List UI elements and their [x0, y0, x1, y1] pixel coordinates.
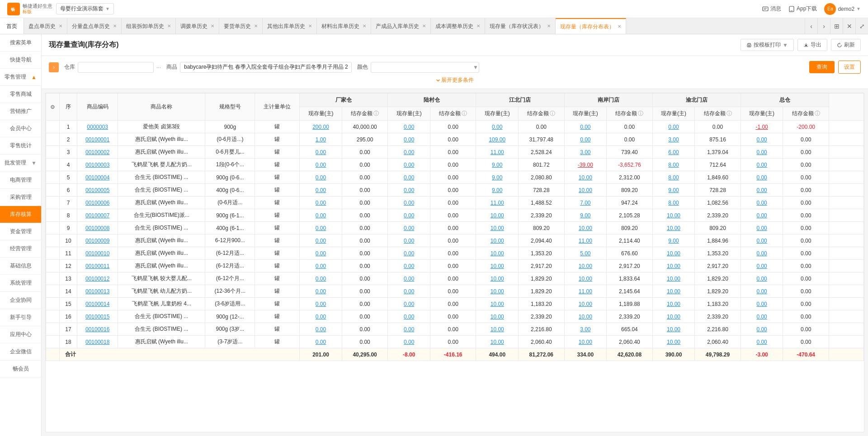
- col-total-header: 总仓: [741, 94, 829, 107]
- col-no-header: 序: [60, 94, 77, 121]
- industry-selector[interactable]: 母婴行业演示陈套 ▼: [56, 3, 114, 14]
- chevron-down-print: ▼: [783, 42, 788, 48]
- sidebar-item-basics[interactable]: 基础信息: [0, 258, 41, 275]
- filter-warehouse: 仓库 ···: [64, 62, 161, 73]
- col-wh3-qty-header: 现存量(主): [476, 107, 519, 121]
- table-row: 800100007合生元(BIOSTIME)派...900g (6-1...罐0…: [46, 209, 864, 222]
- svg-text:畅: 畅: [11, 7, 15, 12]
- sidebar-item-purchase[interactable]: 采购管理: [0, 189, 41, 206]
- tab-close-7[interactable]: ✕: [363, 18, 366, 34]
- table-row: 1100100010惠氏启赋 (Wyeth illu...(6-12月适...罐…: [46, 247, 864, 260]
- tab-item-11[interactable]: 现存量（库存分布表） ✕: [556, 18, 626, 34]
- logo-icon: 畅: [7, 3, 20, 15]
- tab-prev-btn[interactable]: ‹: [805, 18, 817, 34]
- col-settings-header[interactable]: ⚙: [46, 94, 60, 121]
- export-icon: [803, 42, 809, 48]
- col-code-header: 商品编码: [77, 94, 118, 121]
- user-chevron-icon: ▼: [856, 6, 861, 11]
- col-wh4-qty-header: 现存量(主): [564, 107, 607, 121]
- sidebar-item-vip[interactable]: 畅会员: [0, 361, 41, 378]
- tab-close-1[interactable]: ✕: [59, 18, 62, 34]
- warehouse-input[interactable]: [78, 62, 154, 73]
- settings-icon[interactable]: ⚙: [50, 104, 55, 110]
- sidebar-item-wholesale[interactable]: 批发管理 ▼: [0, 155, 41, 172]
- triangle-down-icon: ▼: [31, 160, 37, 166]
- sidebar-item-marketing[interactable]: 营销推广: [0, 103, 41, 120]
- tab-item-10[interactable]: 现存量（库存状况表） ✕: [485, 18, 556, 34]
- col-spec-header: 规格型号: [205, 94, 255, 121]
- col-wh5-amt-header: 结存金额ⓘ: [695, 107, 741, 121]
- tab-close-11[interactable]: ✕: [618, 19, 621, 35]
- tab-item-1[interactable]: 盘点单历史 ✕: [24, 18, 67, 34]
- page-header: 现存量查询(库存分布) 按模板打印 ▼ 导出 刷新: [42, 34, 868, 56]
- top-bar-right: 消息 App下载 Ea demo2 ▼: [762, 3, 861, 15]
- inventory-table: ⚙ 序 商品编码 商品名称 规格型号 主计量单位 厂家仓 陆村仓 江北门店 南岸…: [46, 93, 864, 361]
- tab-close-10[interactable]: ✕: [547, 18, 551, 34]
- message-icon: [762, 6, 769, 12]
- tab-more-btn[interactable]: ⊞: [830, 18, 843, 34]
- sidebar-item-search[interactable]: 搜索英单: [0, 34, 41, 52]
- tab-next-btn[interactable]: ›: [817, 18, 830, 34]
- tab-close-3[interactable]: ✕: [167, 18, 171, 34]
- table-row: 1700100016合生元 (BIOSTIME) ...900g (3岁...罐…: [46, 323, 864, 336]
- tab-item-9[interactable]: 成本调整单历史 ✕: [431, 18, 485, 34]
- tab-home[interactable]: 首页: [0, 18, 24, 34]
- tab-item-4[interactable]: 调拨单历史 ✕: [176, 18, 219, 34]
- avatar: Ea: [824, 3, 836, 15]
- user-menu[interactable]: Ea demo2 ▼: [824, 3, 861, 15]
- tab-item-8[interactable]: 产成品入库单历史 ✕: [371, 18, 431, 34]
- table-row: 1000100009惠氏启赋 (Wyeth illu...6-12月900...…: [46, 234, 864, 247]
- sidebar-item-wechat[interactable]: 企业微信: [0, 343, 41, 361]
- sidebar-item-guide[interactable]: 新手引导: [0, 309, 41, 326]
- table-row: 1400100013飞鹤星飞帆 幼儿配方奶...(12-36个月...罐0.00…: [46, 285, 864, 298]
- tab-item-2[interactable]: 分量盘点单历史 ✕: [67, 18, 122, 34]
- sidebar-item-collab[interactable]: 企业协同: [0, 292, 41, 309]
- sidebar-item-inventory[interactable]: 库存核算: [0, 206, 41, 223]
- tab-close-6[interactable]: ✕: [308, 18, 312, 34]
- setting-btn[interactable]: 设置: [838, 61, 861, 74]
- tab-close-5[interactable]: ✕: [254, 18, 258, 34]
- table-row: 1800100018惠氏启赋 (Wyeth illu...(3-7岁适...罐0…: [46, 336, 864, 348]
- message-btn[interactable]: 消息: [762, 5, 781, 13]
- export-btn[interactable]: 导出: [797, 39, 827, 51]
- expand-toggle-btn[interactable]: ›: [49, 62, 59, 72]
- triangle-up-icon: ▲: [31, 74, 37, 80]
- search-btn[interactable]: 查询: [809, 61, 835, 73]
- col-wh2-amt-header: 结存金额ⓘ: [430, 107, 476, 121]
- tab-bar: 首页 盘点单历史 ✕ 分量盘点单历史 ✕ 组装拆卸单历史 ✕ 调拨单历史 ✕ 要…: [0, 18, 868, 34]
- print-btn[interactable]: 按模板打印 ▼: [741, 39, 794, 51]
- sidebar-item-apps[interactable]: 应用中心: [0, 326, 41, 343]
- sidebar-item-finance[interactable]: 资金管理: [0, 223, 41, 240]
- tab-close-2[interactable]: ✕: [113, 18, 117, 34]
- logo-area: 畅 畅捷通好生意 标版: [7, 3, 52, 15]
- refresh-btn[interactable]: 刷新: [831, 39, 861, 51]
- tab-item-7[interactable]: 材料出库单历史 ✕: [317, 18, 371, 34]
- goods-label: 商品: [166, 63, 177, 71]
- tab-close-8[interactable]: ✕: [422, 18, 426, 34]
- sidebar-item-nav[interactable]: 快捷导航: [0, 52, 41, 69]
- svg-rect-5: [748, 45, 750, 46]
- tab-close-all-btn[interactable]: ✕: [843, 18, 855, 34]
- sidebar-item-system[interactable]: 系统管理: [0, 275, 41, 292]
- color-input[interactable]: [371, 62, 479, 73]
- tab-item-3[interactable]: 组装拆卸单历史 ✕: [122, 18, 176, 34]
- sidebar-item-ecommerce[interactable]: 电商管理: [0, 172, 41, 189]
- col-extra-header: [829, 94, 863, 121]
- goods-input[interactable]: [180, 62, 352, 73]
- tab-close-9[interactable]: ✕: [476, 18, 480, 34]
- app-download-btn[interactable]: App下载: [788, 5, 817, 13]
- tab-expand-btn[interactable]: ⤢: [855, 18, 868, 34]
- tab-close-4[interactable]: ✕: [211, 18, 214, 34]
- sidebar-item-retail-mgmt[interactable]: 零售管理 ▲: [0, 69, 41, 86]
- sidebar-item-operations[interactable]: 经营管理: [0, 240, 41, 258]
- sidebar-item-members[interactable]: 会员中心: [0, 120, 41, 137]
- filter-row: › 仓库 ··· 商品 颜色 ▼ 查询 设置: [49, 61, 861, 74]
- print-icon: [746, 42, 752, 48]
- tab-item-6[interactable]: 其他出库单历史 ✕: [263, 18, 317, 34]
- sidebar-item-retail-stats[interactable]: 零售统计: [0, 137, 41, 155]
- tab-item-5[interactable]: 要货单历史 ✕: [219, 18, 263, 34]
- expand-more-btn[interactable]: 展开更多条件: [436, 76, 474, 84]
- sidebar-item-retail-mall[interactable]: 零售商城: [0, 86, 41, 103]
- col-wh1-qty-header: 现存量(主): [300, 107, 342, 121]
- col-wh3-header: 江北门店: [476, 94, 564, 107]
